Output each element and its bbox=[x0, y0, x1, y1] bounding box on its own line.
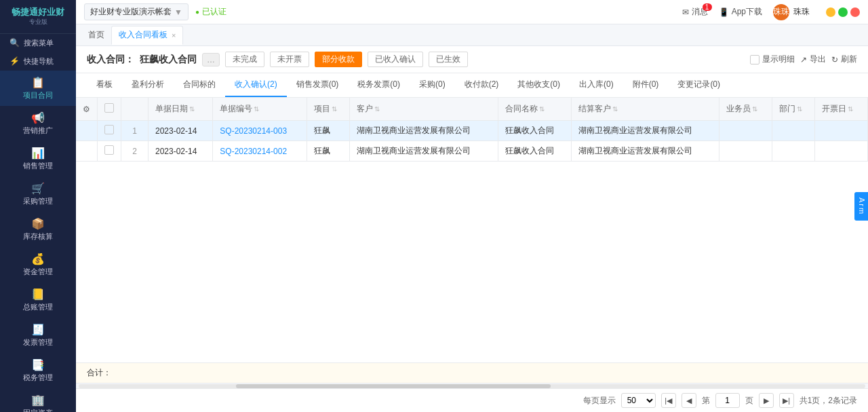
row-order-no[interactable]: SQ-20230214-002 bbox=[213, 141, 307, 162]
status-incomplete[interactable]: 未完成 bbox=[225, 52, 264, 67]
sort-customer[interactable]: ⇅ bbox=[374, 105, 380, 113]
row-order-no[interactable]: SQ-20230214-003 bbox=[213, 121, 307, 141]
export-button[interactable]: ↗ 导出 bbox=[800, 54, 826, 65]
row-date: 2023-02-14 bbox=[149, 141, 213, 162]
close-button[interactable]: × bbox=[850, 7, 860, 17]
close-tab-icon[interactable]: × bbox=[172, 31, 176, 39]
status-confirmed[interactable]: 已收入确认 bbox=[368, 52, 423, 67]
subtab-income-confirm[interactable]: 收入确认(2) bbox=[225, 73, 287, 97]
sort-salesperson[interactable]: ⇅ bbox=[752, 105, 757, 113]
col-header-invoice-date[interactable]: 开票日⇅ bbox=[815, 98, 868, 121]
col-header-salesperson[interactable]: 业务员⇅ bbox=[719, 98, 772, 121]
row-checkbox[interactable] bbox=[98, 141, 121, 162]
subtab-other-income[interactable]: 其他收支(0) bbox=[508, 73, 570, 97]
sidebar-item-fixed-asset[interactable]: 🏢 固定资产 bbox=[0, 388, 76, 412]
row-check-1[interactable] bbox=[104, 145, 114, 155]
subtab-kanban[interactable]: 看板 bbox=[87, 73, 122, 97]
horizontal-scrollbar[interactable] bbox=[76, 383, 868, 388]
last-page-button[interactable]: ▶| bbox=[779, 393, 794, 408]
subtab-profit[interactable]: 盈利分析 bbox=[122, 73, 174, 97]
status-active[interactable]: 已生效 bbox=[429, 52, 468, 67]
side-action-button[interactable]: Arm bbox=[854, 191, 868, 220]
sidebar-item-inventory[interactable]: 📦 库存核算 bbox=[0, 212, 76, 247]
message-button[interactable]: ✉ 1 消息 bbox=[682, 6, 708, 18]
order-link-1[interactable]: SQ-20230214-002 bbox=[220, 147, 287, 156]
subtab-purchase[interactable]: 采购(0) bbox=[410, 73, 455, 97]
app-download-button[interactable]: 📱 App下载 bbox=[719, 6, 762, 18]
status-not-invoiced[interactable]: 未开票 bbox=[270, 52, 309, 67]
col-header-date[interactable]: 单据日期⇅ bbox=[149, 98, 213, 121]
col-header-order-no[interactable]: 单据编号⇅ bbox=[213, 98, 307, 121]
refresh-button[interactable]: ↻ 刷新 bbox=[831, 54, 857, 65]
col-header-settle[interactable]: 结算客户⇅ bbox=[571, 98, 719, 121]
sidebar-label-account: 总账管理 bbox=[23, 302, 53, 312]
tax-icon: 📑 bbox=[31, 358, 45, 371]
col-header-gear[interactable]: ⚙ bbox=[76, 98, 98, 121]
minimize-button[interactable]: ◀ bbox=[826, 7, 835, 17]
subtab-stock-out[interactable]: 出入库(0) bbox=[570, 73, 623, 97]
tabbar: 首页 收入合同看板 × bbox=[76, 24, 868, 46]
first-page-button[interactable]: |◀ bbox=[661, 393, 676, 408]
sidebar-item-marketing[interactable]: 📢 营销推广 bbox=[0, 106, 76, 141]
sort-invoice-date[interactable]: ⇅ bbox=[848, 105, 853, 113]
col-header-customer[interactable]: 客户⇅ bbox=[350, 98, 498, 121]
sort-settle[interactable]: ⇅ bbox=[612, 105, 618, 113]
data-table: ⚙ 单据日期⇅ 单据编号⇅ 项目⇅ 客户⇅ 合同名称⇅ 结算客户⇅ 业务员⇅ 部… bbox=[76, 98, 868, 162]
sidebar-item-quicknav[interactable]: ⚡ 快捷导航 bbox=[0, 52, 76, 71]
pagination: 每页显示 50 100 200 |◀ ◀ 第 页 ▶ ▶| 共1页，2条记录 bbox=[76, 388, 868, 412]
row-checkbox[interactable] bbox=[98, 121, 121, 141]
more-button[interactable]: … bbox=[202, 53, 220, 67]
sort-project[interactable]: ⇅ bbox=[332, 105, 337, 113]
tab-home[interactable]: 首页 bbox=[81, 26, 111, 45]
sidebar-item-fund[interactable]: 💰 资金管理 bbox=[0, 247, 76, 282]
sort-date[interactable]: ⇅ bbox=[189, 105, 195, 113]
tab-contract-kanban[interactable]: 收入合同看板 × bbox=[111, 26, 183, 45]
sidebar: 畅捷通好业财 专业版 🔍 搜索菜单 ⚡ 快捷导航 📋 项目合同 📢 营销推广 📊… bbox=[0, 0, 76, 412]
col-header-checkbox[interactable] bbox=[98, 98, 121, 121]
subtab-attachment[interactable]: 附件(0) bbox=[623, 73, 669, 97]
window-controls: ◀ ▶ × bbox=[826, 7, 860, 17]
verified-badge: 已认证 bbox=[195, 6, 226, 18]
order-link-0[interactable]: SQ-20230214-003 bbox=[220, 126, 287, 136]
row-project: 狂飙 bbox=[307, 121, 350, 141]
row-check-0[interactable] bbox=[104, 125, 114, 134]
sidebar-label-fund: 资金管理 bbox=[23, 267, 53, 277]
table-container[interactable]: ⚙ 单据日期⇅ 单据编号⇅ 项目⇅ 客户⇅ 合同名称⇅ 结算客户⇅ 业务员⇅ 部… bbox=[76, 98, 868, 362]
col-header-contract[interactable]: 合同名称⇅ bbox=[498, 98, 572, 121]
status-partial[interactable]: 部分收款 bbox=[315, 52, 362, 67]
sidebar-item-tax[interactable]: 📑 税务管理 bbox=[0, 353, 76, 388]
subtab-change-log[interactable]: 变更记录(0) bbox=[668, 73, 730, 97]
sidebar-item-account[interactable]: 📒 总账管理 bbox=[0, 282, 76, 318]
col-header-project[interactable]: 项目⇅ bbox=[307, 98, 350, 121]
subtab-tax-invoice[interactable]: 税务发票(0) bbox=[348, 73, 410, 97]
sidebar-label-sales: 销售管理 bbox=[23, 161, 53, 171]
subtab-sales-invoice[interactable]: 销售发票(0) bbox=[287, 73, 349, 97]
page-input[interactable] bbox=[715, 393, 740, 408]
table-row[interactable]: 2 2023-02-14 SQ-20230214-002 狂飙 湖南卫视商业运营… bbox=[76, 141, 868, 162]
row-dept bbox=[772, 121, 815, 141]
subtab-contract-standard[interactable]: 合同标的 bbox=[174, 73, 225, 97]
sidebar-item-sales[interactable]: 📊 销售管理 bbox=[0, 141, 76, 176]
sidebar-item-purchase[interactable]: 🛒 采购管理 bbox=[0, 176, 76, 212]
maximize-button[interactable]: ▶ bbox=[838, 7, 848, 17]
sort-contract[interactable]: ⇅ bbox=[539, 105, 545, 113]
col-header-dept[interactable]: 部门⇅ bbox=[772, 98, 815, 121]
prev-page-button[interactable]: ◀ bbox=[682, 393, 696, 408]
subtab-payment[interactable]: 收付款(2) bbox=[455, 73, 509, 97]
table-row[interactable]: 1 2023-02-14 SQ-20230214-003 狂飙 湖南卫视商业运营… bbox=[76, 121, 868, 141]
select-all-checkbox[interactable] bbox=[104, 103, 114, 113]
show-detail-toggle[interactable]: 显示明细 bbox=[750, 54, 795, 65]
sort-dept[interactable]: ⇅ bbox=[797, 105, 802, 113]
fixed-asset-icon: 🏢 bbox=[31, 394, 45, 407]
sort-order[interactable]: ⇅ bbox=[254, 105, 259, 113]
user-area[interactable]: 珠珠 珠珠 bbox=[773, 4, 810, 20]
page-size-select[interactable]: 50 100 200 bbox=[621, 393, 656, 408]
sidebar-item-search[interactable]: 🔍 搜索菜单 bbox=[0, 34, 76, 52]
sidebar-item-project[interactable]: 📋 项目合同 bbox=[0, 71, 76, 106]
next-page-button[interactable]: ▶ bbox=[759, 393, 774, 408]
company-selector[interactable]: 好业财专业版演示帐套 ▼ bbox=[84, 3, 189, 20]
scrollbar-thumb[interactable] bbox=[236, 384, 551, 388]
row-contract-name: 狂飙收入合同 bbox=[498, 121, 572, 141]
content-area: 收入合同： 狂飙收入合同 … 未完成 未开票 部分收款 已收入确认 已生效 显示… bbox=[76, 46, 868, 412]
sidebar-item-invoice[interactable]: 🧾 发票管理 bbox=[0, 318, 76, 353]
